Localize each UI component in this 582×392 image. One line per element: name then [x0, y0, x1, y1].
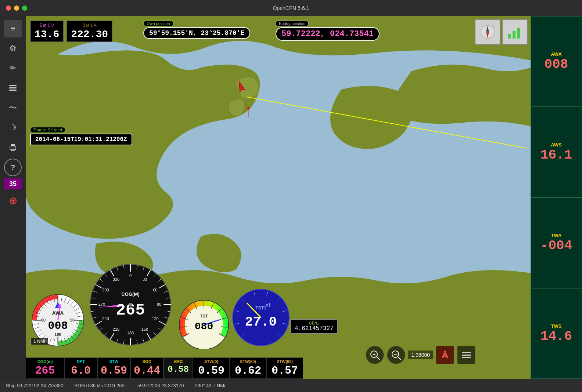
- status-sog-cog: SOG 0.36 kts COG 265°: [74, 383, 126, 388]
- own-position-panel: Own position 59°59.155'N, 23°25.870'E: [143, 20, 250, 39]
- instruments-bottom: COG(m) 265 DPT 6.0 STW 0.59 SOG 0.44 VMG…: [26, 357, 303, 379]
- top-right-panel: [475, 19, 528, 45]
- aws-right-label: AWS: [534, 142, 579, 148]
- scale-indicator: 1 NMi: [30, 338, 48, 345]
- titlebar: OpenCPN 5.6.1: [0, 0, 582, 16]
- status-bar: Ship 59.722192 24.735390 SOG 0.36 kts CO…: [0, 379, 582, 392]
- svg-rect-26: [462, 352, 471, 353]
- bat1a-label: Bat 1 A: [71, 23, 108, 28]
- vmg-value: 0.58: [166, 364, 190, 374]
- map-area[interactable]: Bat 1 V 13.6 Bat 1 A 222.30 Own position…: [26, 16, 531, 379]
- zoom-out-button[interactable]: [387, 346, 405, 364]
- sidebar-item-menu[interactable]: ≡: [4, 20, 22, 37]
- own-position-value: 59°59.155'N, 23°25.870'E: [143, 27, 250, 39]
- navigate-button[interactable]: [436, 346, 454, 364]
- cog-gauge-wrap: [86, 261, 175, 349]
- compass-button[interactable]: [475, 19, 500, 45]
- maximize-button[interactable]: [22, 6, 27, 11]
- time-panel: Time in SK feed 2014-08-15T19:01:31.2120…: [30, 126, 132, 145]
- sog-box: SOG 0.44: [130, 357, 164, 379]
- buddy-position-value: 59.72222, 024.73541: [276, 27, 380, 41]
- stw50-value: 0.62: [232, 364, 264, 377]
- svg-rect-27: [462, 355, 471, 356]
- bat1v-label: Bat 1 V: [35, 23, 59, 28]
- stw99-box: STW(99) 0.57: [266, 357, 303, 379]
- dpt-label: DPT: [67, 359, 95, 364]
- bottom-controls: 1:98000: [366, 346, 475, 364]
- twa-right-value: -004: [534, 238, 579, 253]
- stw99-value: 0.57: [269, 364, 301, 377]
- aws-right-instr: AWS 16.1: [531, 107, 582, 197]
- sog-label: SOG: [133, 359, 161, 364]
- dpt-box: DPT 6.0: [64, 357, 97, 379]
- sidebar-item-printer[interactable]: [4, 139, 22, 156]
- tst1-gauge: [230, 286, 292, 349]
- aws-right-value: 16.1: [534, 148, 579, 163]
- vmg-box: VMG 0.58: [164, 357, 193, 379]
- awa-right-instr: AWA 008: [531, 16, 582, 107]
- svg-rect-2: [9, 90, 17, 91]
- right-sidebar: AWA 008 AWS 16.1 TWA -004 TWS 14.6: [531, 16, 582, 379]
- cogm-label: COG(m): [28, 359, 62, 364]
- vmg-label: VMG: [166, 359, 190, 364]
- scale-label: 1 NMi: [33, 339, 45, 344]
- svg-rect-17: [517, 28, 520, 39]
- sidebar-item-help[interactable]: ?: [4, 159, 22, 176]
- sog-value: 0.44: [133, 364, 161, 377]
- bat1v-box: Bat 1 V 13.6: [30, 21, 64, 42]
- svg-line-23: [398, 357, 401, 360]
- stw50-box: STW(50) 0.62: [230, 357, 266, 379]
- tst1-gauge-wrap: [230, 286, 292, 349]
- sidebar-item-pencil[interactable]: ✏: [4, 59, 22, 77]
- sidebar-item-settings[interactable]: ⚙: [4, 40, 22, 57]
- signal-button[interactable]: [502, 19, 528, 45]
- sidebar-item-star[interactable]: ☽: [4, 119, 22, 137]
- buddy-position-panel: Buddy position 59.72222, 024.73541: [276, 20, 380, 41]
- awa-right-value: 008: [534, 57, 579, 72]
- svg-point-13: [486, 31, 489, 33]
- svg-rect-4: [11, 144, 15, 146]
- sidebar-item-sos[interactable]: ⊕: [4, 192, 22, 209]
- svg-point-14: [493, 26, 493, 27]
- cogm-value: 265: [28, 364, 62, 377]
- stw0-label: STW(0): [195, 359, 227, 364]
- hamburger-menu-button[interactable]: [457, 346, 475, 364]
- svg-rect-1: [9, 87, 17, 88]
- zoom-in-button[interactable]: [366, 346, 384, 364]
- zoom-ratio: 1:98000: [408, 351, 433, 359]
- sidebar-badge-35: 35: [4, 178, 22, 189]
- svg-point-9: [247, 107, 249, 109]
- main-container: ≡ ⚙ ✏ 〜 ☽ ? 35 ⊕: [0, 16, 582, 379]
- time-value: 2014-08-15T19:01:31.21200Z: [30, 134, 132, 145]
- cog-gauge: [86, 261, 175, 349]
- minimize-button[interactable]: [14, 6, 19, 11]
- status-coords: 59.972206 23.373170: [137, 383, 184, 388]
- tws-right-label: TWS: [534, 323, 579, 329]
- twa-right-label: TWA: [534, 233, 579, 238]
- stw-box: STW 0.59: [97, 357, 130, 379]
- battery-panel: Bat 1 V 13.6 Bat 1 A 222.30: [30, 21, 112, 42]
- awa-right-label: AWA: [534, 51, 579, 57]
- sidebar-item-layers[interactable]: [4, 79, 22, 97]
- app-title: OpenCPN 5.6.1: [273, 5, 309, 11]
- tws-right-value: 14.6: [534, 329, 579, 344]
- sidebar-item-route[interactable]: 〜: [4, 99, 22, 117]
- svg-rect-16: [513, 31, 515, 39]
- sidebar: ≡ ⚙ ✏ 〜 ☽ ? 35 ⊕: [0, 16, 26, 379]
- time-label: Time in SK feed: [30, 127, 65, 133]
- tws-right-instr: TWS 14.6: [531, 288, 582, 379]
- bat1a-value: 222.30: [71, 29, 108, 40]
- tst-gauge-wrap: [176, 294, 231, 349]
- svg-rect-15: [508, 34, 511, 39]
- svg-line-19: [377, 357, 380, 360]
- dpt-value: 6.0: [67, 364, 95, 377]
- stw-label: STW: [100, 359, 128, 364]
- gen1-panel: GEN1 4.621457327: [290, 319, 338, 334]
- stw0-box: STW(0) 0.59: [193, 357, 230, 379]
- stw50-label: STW(50): [232, 359, 264, 364]
- twa-right-instr: TWA -004: [531, 197, 582, 288]
- svg-rect-28: [462, 357, 471, 358]
- close-button[interactable]: [6, 6, 11, 11]
- status-bearing: 290° 43.7 NMi: [195, 383, 225, 388]
- stw99-label: STW(99): [269, 359, 301, 364]
